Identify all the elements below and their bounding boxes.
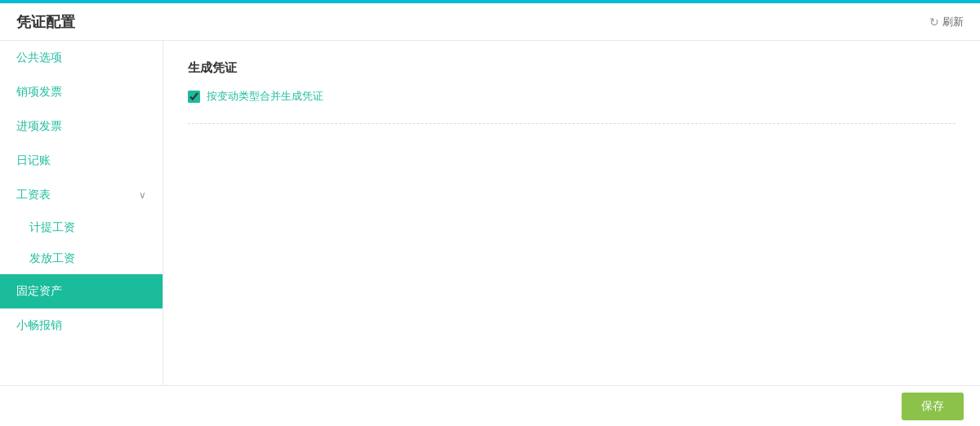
page-header: 凭证配置 ↻ 刷新 — [0, 3, 980, 41]
save-button[interactable]: 保存 — [902, 393, 964, 420]
sidebar-item-label: 发放工资 — [29, 251, 75, 266]
sidebar-item-label: 日记账 — [16, 153, 51, 168]
checkbox-label[interactable]: 按变动类型合并生成凭证 — [207, 89, 323, 104]
section-divider — [188, 123, 956, 124]
content-area: 生成凭证 按变动类型合并生成凭证 — [163, 41, 980, 385]
sidebar-item-sales-invoice[interactable]: 销项发票 — [0, 75, 163, 109]
main-content: 公共选项 销项发票 进项发票 日记账 工资表 ∨ 计提工资 发放工资 固定资产 … — [0, 41, 980, 385]
sidebar-item-label: 小畅报销 — [16, 318, 62, 333]
refresh-icon: ↻ — [929, 16, 939, 29]
sidebar-item-label: 公共选项 — [16, 51, 62, 65]
sidebar-item-label: 计提工资 — [29, 220, 75, 235]
checkbox-row: 按变动类型合并生成凭证 — [188, 89, 956, 104]
merge-by-type-checkbox[interactable] — [188, 91, 200, 103]
sidebar-item-expense-report[interactable]: 小畅报销 — [0, 308, 163, 343]
sidebar-item-fixed-assets[interactable]: 固定资产 — [0, 274, 163, 308]
sidebar-item-label: 固定资产 — [16, 284, 62, 299]
page-title: 凭证配置 — [16, 12, 75, 32]
page-footer: 保存 — [0, 385, 980, 426]
sidebar: 公共选项 销项发票 进项发票 日记账 工资表 ∨ 计提工资 发放工资 固定资产 … — [0, 41, 163, 385]
sidebar-item-payroll-accrual[interactable]: 计提工资 — [0, 212, 163, 243]
sidebar-item-purchase-invoice[interactable]: 进项发票 — [0, 109, 163, 144]
sidebar-item-public-options[interactable]: 公共选项 — [0, 41, 163, 75]
sidebar-item-payroll-table[interactable]: 工资表 ∨ — [0, 178, 163, 212]
sidebar-item-journal[interactable]: 日记账 — [0, 144, 163, 178]
refresh-label: 刷新 — [942, 15, 964, 29]
sidebar-item-label: 工资表 — [16, 188, 51, 202]
sidebar-item-label: 进项发票 — [16, 119, 62, 134]
sidebar-item-payroll-payment[interactable]: 发放工资 — [0, 243, 163, 274]
sidebar-item-label: 销项发票 — [16, 85, 62, 100]
section-title: 生成凭证 — [188, 60, 956, 76]
chevron-down-icon: ∨ — [139, 189, 146, 201]
refresh-button[interactable]: ↻ 刷新 — [929, 15, 964, 29]
